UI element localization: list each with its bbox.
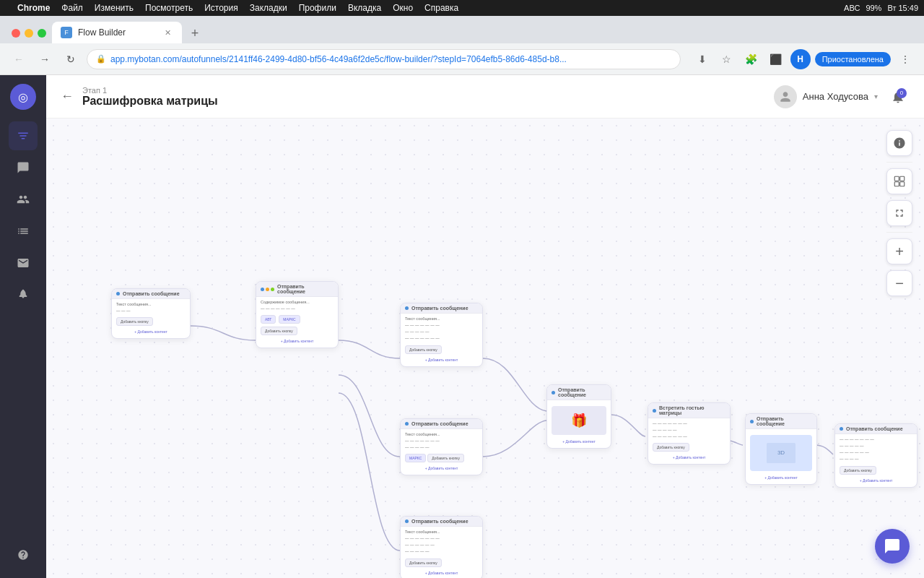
address-bar: ← → ↻ 🔒 app.mybotan.com/autofunnels/2141… [0,43,924,75]
menu-help[interactable]: Справка [424,3,458,13]
active-tab[interactable]: F Flow Builder ✕ [52,22,182,43]
flow-node-9[interactable]: Отправить сообщение — — — — — — — — — — … [834,423,918,488]
node-1-add-btn[interactable]: Добавить кнопку [116,317,153,326]
notification-btn[interactable]: 0 [886,85,910,108]
node-1-title: Отправить сообщение [123,291,180,296]
fullscreen-btn[interactable] [886,200,912,226]
menu-bookmarks[interactable]: Закладки [250,3,287,13]
node-3-add-btn[interactable]: Добавить кнопку [405,345,442,354]
node-2-add-btn[interactable]: Добавить кнопку [261,327,297,335]
user-info[interactable]: Анна Ходусова ▾ [774,85,878,108]
new-tab-btn[interactable]: + [185,23,205,43]
paused-btn[interactable]: Приостановлена [815,52,891,66]
flow-canvas[interactable]: Отправить сообщение Текст сообщения... —… [46,118,924,578]
sidebar-item-mail[interactable] [9,249,38,277]
menu-history[interactable]: История [204,3,238,13]
sidebar-item-chat[interactable] [9,153,38,182]
main-content: ← Этап 1 Расшифровка матрицы Анна Ходусо… [46,75,924,578]
node-2-opt1[interactable]: АВТ [261,315,276,324]
maximize-window-btn[interactable] [38,29,46,38]
menu-window[interactable]: Окно [393,3,413,13]
sidebar-item-rocket[interactable] [9,280,38,309]
flow-node-4[interactable]: Отправить сообщение Текст сообщения... —… [400,418,483,475]
node-9-content-btn[interactable]: + Добавить контент [840,477,912,484]
svg-rect-4 [894,182,899,186]
back-button[interactable]: ← [61,89,74,104]
node-9-body: — — — — — — — — — — — — — — — — — — — — … [835,434,917,487]
node-9-header: Отправить сообщение [835,424,917,434]
extensions-btn[interactable]: 🧩 [741,49,762,69]
sidebar-logo: ◎ [10,84,36,110]
node-1-content-btn[interactable]: + Добавить контент [116,328,186,335]
node-3-header: Отправить сообщение [401,303,482,314]
user-chevron-icon: ▾ [874,92,878,100]
sidebar: ◎ [0,75,46,578]
flow-node-8[interactable]: Отправить сообщение 3D + Добавить контен… [745,413,817,485]
flow-node-3[interactable]: Отправить сообщение Текст сообщения... —… [400,303,483,367]
tab-bar: F Flow Builder ✕ + [0,16,924,43]
node-2-content-btn[interactable]: + Добавить контент [261,337,334,345]
node-6-content-btn[interactable]: + Добавить контент [552,438,606,445]
page-title: Расшифровка матрицы [82,95,218,108]
download-btn[interactable]: ⬇ [692,49,712,69]
node-8-body: 3D + Добавить контент [746,429,816,484]
menu-dots-btn[interactable]: ⋮ [895,49,915,69]
back-btn[interactable]: ← [9,49,29,69]
minimize-window-btn[interactable] [25,29,33,38]
app-layout: ◎ [0,75,924,578]
node-4-option[interactable]: МАРКС [405,454,426,462]
node-1-header: Отправить сообщение [112,289,190,299]
puzzle-btn[interactable]: ⬛ [766,49,786,69]
node-7-body: — — — — — — — — — — — — — — — — — — — До… [648,418,730,464]
sidebar-item-filter[interactable] [9,121,38,150]
sidebar-item-help[interactable] [9,540,38,569]
svg-rect-3 [900,176,905,181]
add-node-btn[interactable] [886,168,912,194]
flow-node-6[interactable]: Отправить сообщение 🎁 + Добавить контент [546,384,611,449]
node-4-add-btn[interactable]: Добавить кнопку [427,454,464,462]
menu-view[interactable]: Посмотреть [145,3,193,13]
node-2-opt2[interactable]: МАРКС [279,315,300,324]
node-7-content-btn[interactable]: + Добавить контент [653,454,725,461]
sidebar-item-analytics[interactable] [9,217,38,246]
zoom-out-btn[interactable]: − [886,270,912,296]
node-5-add-btn[interactable]: Добавить кнопку [405,558,442,567]
node-5-content-btn[interactable]: + Добавить контент [405,569,478,577]
menu-edit[interactable]: Изменить [95,3,134,13]
menu-tab[interactable]: Вкладка [348,3,381,13]
menubar: Chrome Файл Изменить Посмотреть История … [0,0,924,16]
app-menu-chrome[interactable]: Chrome [17,3,50,13]
profile-btn[interactable]: Н [790,49,811,69]
node-2-title: Отправить сообщение [277,284,334,294]
node-8-content-btn[interactable]: + Добавить контент [750,474,812,481]
node-9-add-btn[interactable]: Добавить кнопку [840,466,876,475]
node-8-title: Отправить сообщение [757,416,812,426]
flow-node-1[interactable]: Отправить сообщение Текст сообщения... —… [111,288,191,339]
browser-actions: ⬇ ☆ 🧩 ⬛ Н Приостановлена ⋮ [692,49,915,69]
hint-btn[interactable] [886,130,912,156]
flow-node-5[interactable]: Отправить сообщение Текст сообщения... —… [400,516,483,578]
flow-node-7[interactable]: Встретить гостью матрицы — — — — — — — —… [648,402,731,465]
menu-profiles[interactable]: Профили [299,3,336,13]
svg-rect-2 [894,176,899,181]
menubar-time: Вт 15:49 [887,4,918,12]
close-window-btn[interactable] [12,29,20,38]
forward-btn[interactable]: → [35,49,55,69]
zoom-in-btn[interactable]: + [886,238,912,264]
node-9-title: Отправить сообщение [846,426,903,431]
lock-icon: 🔒 [96,54,106,64]
node-3-content-btn[interactable]: + Добавить контент [405,356,478,363]
refresh-btn[interactable]: ↻ [61,49,81,69]
menu-file[interactable]: Файл [61,3,83,13]
node-4-content-btn[interactable]: + Добавить контент [405,465,478,472]
url-bar[interactable]: 🔒 app.mybotan.com/autofunnels/2141ff46-2… [87,49,681,69]
sidebar-item-users[interactable] [9,185,38,214]
node-8-header: Отправить сообщение [746,414,816,429]
bookmark-btn[interactable]: ☆ [717,49,737,69]
tab-title: Flow Builder [78,27,126,38]
flow-node-2[interactable]: Отправить сообщение Содержимое сообщения… [256,281,339,348]
chat-support-btn[interactable] [875,529,910,564]
node-4-header: Отправить сообщение [401,419,482,429]
tab-close-btn[interactable]: ✕ [162,27,173,38]
node-7-add-btn[interactable]: Добавить кнопку [653,443,689,452]
